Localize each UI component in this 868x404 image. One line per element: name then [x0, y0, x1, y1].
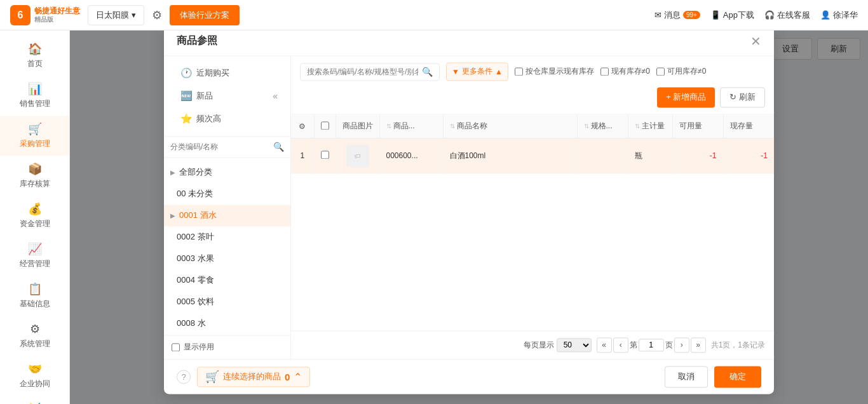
app-download-label: App下载: [723, 10, 754, 21]
sidebar-item-business[interactable]: 📈 经营管理: [0, 236, 69, 276]
logo-icon: 6: [10, 5, 31, 25]
inventory-icon: 📦: [28, 162, 42, 176]
table-row[interactable]: 1 🏷 000600...: [291, 138, 774, 173]
collapse-icon[interactable]: ⌃: [294, 371, 302, 383]
star-icon: ⭐: [180, 113, 193, 125]
page-input[interactable]: [639, 339, 664, 351]
category-list: ▶ 全部分类 00 未分类 ▶ 0001 酒水 0002 茶叶: [164, 158, 290, 335]
sidebar-item-collab[interactable]: 🤝 企业协同: [0, 356, 69, 396]
category-search-input[interactable]: [170, 142, 271, 151]
warehouse-checkbox[interactable]: [515, 67, 523, 76]
sidebar-label-home: 首页: [27, 58, 43, 69]
th-stock[interactable]: 现存量: [723, 114, 774, 138]
cart-area[interactable]: 🛒 连续选择的商品 0 ⌃: [197, 367, 310, 387]
row-idx-val: 1: [300, 151, 304, 160]
sidebar-item-basic[interactable]: 📋 基础信息: [0, 276, 69, 316]
home-icon: 🏠: [28, 42, 42, 56]
row-stock-cell: -1: [723, 138, 774, 173]
msg-badge: 99+: [683, 11, 700, 19]
th-avail[interactable]: 可用量: [672, 114, 723, 138]
cart-text: 连续选择的商品: [223, 371, 281, 382]
category-wine[interactable]: ▶ 0001 酒水: [164, 205, 290, 226]
footer-left: ? 🛒 连续选择的商品 0 ⌃: [177, 367, 310, 387]
th-spec[interactable]: ⇅ 规格...: [577, 114, 628, 138]
category-tea[interactable]: 0002 茶叶: [164, 226, 290, 248]
sidebar-item-sales[interactable]: 📊 销售管理: [0, 76, 69, 116]
store-dropdown[interactable]: 日太阳膜 ▾: [88, 5, 144, 25]
sort-icon-name: ⇅: [450, 123, 455, 130]
phone-icon: 📱: [710, 10, 721, 20]
help-btn[interactable]: ?: [177, 370, 191, 384]
nav-new-product[interactable]: 🆕 新品: [172, 85, 262, 107]
sidebar-item-inventory[interactable]: 📦 库存核算: [0, 156, 69, 196]
user-avatar[interactable]: 👤 徐泽华: [820, 10, 858, 21]
th-avail-label: 可用量: [679, 121, 702, 131]
row-checkbox[interactable]: [321, 151, 329, 159]
table-header-row: ⚙ 商品图片: [291, 114, 774, 138]
nav-frequent-label: 频次高: [196, 113, 221, 125]
sidebar-label-system: 系统管理: [20, 339, 50, 349]
category-fruit[interactable]: 0003 水果: [164, 248, 290, 269]
sort-icon-code: ⇅: [386, 123, 391, 130]
cancel-btn[interactable]: 取消: [665, 366, 708, 387]
sidebar-item-system[interactable]: ⚙ 系统管理: [0, 316, 69, 356]
th-img-label: 商品图片: [342, 121, 373, 131]
category-unclassified[interactable]: 00 未分类: [164, 183, 290, 205]
show-disabled-checkbox[interactable]: [172, 343, 180, 351]
category-water[interactable]: 0008 水: [164, 313, 290, 334]
row-avail-val: -1: [710, 151, 717, 160]
row-unit-val: 瓶: [635, 151, 642, 160]
modal-close-btn[interactable]: ✕: [750, 35, 761, 48]
confirm-btn[interactable]: 确定: [714, 366, 761, 387]
row-code-cell: 000600...: [379, 138, 443, 173]
trial-btn[interactable]: 体验行业方案: [170, 5, 240, 25]
page-last-btn[interactable]: »: [691, 337, 706, 353]
category-beverage[interactable]: 0005 饮料: [164, 291, 290, 313]
page-prev-btn[interactable]: ‹: [613, 337, 628, 353]
row-img-cell: 🏷: [336, 138, 379, 173]
row-spec-cell: [577, 138, 628, 173]
stock-ne0-filter[interactable]: 现有库存≠0: [600, 66, 650, 77]
th-name[interactable]: ⇅ 商品名称: [443, 114, 577, 138]
nav-right: ✉ 消息 99+ 📱 App下载 🎧 在线客服 👤 徐泽华: [654, 10, 858, 21]
online-service-btn[interactable]: 🎧 在线客服: [764, 10, 810, 21]
messages-btn[interactable]: ✉ 消息 99+: [654, 10, 700, 21]
row-checkbox-cell[interactable]: [314, 138, 336, 173]
gear-icon[interactable]: ⚙: [152, 8, 162, 22]
row-name-val: 白酒100ml: [450, 151, 486, 160]
category-snack[interactable]: 0004 零食: [164, 269, 290, 291]
select-all-checkbox[interactable]: [321, 121, 329, 130]
sidebar-item-home[interactable]: 🏠 首页: [0, 36, 69, 76]
page-size-label: 每页显示: [524, 340, 554, 351]
page-first-btn[interactable]: «: [597, 337, 612, 353]
category-search-icon[interactable]: 🔍: [273, 142, 284, 152]
app-download-btn[interactable]: 📱 App下载: [710, 10, 754, 21]
purchase-icon: 🛒: [28, 122, 42, 136]
warehouse-filter[interactable]: 按仓库显示现有库存: [515, 66, 594, 77]
th-unit[interactable]: ⇅ 主计量: [628, 114, 672, 138]
cart-icon: 🛒: [205, 370, 219, 384]
cat-snack-label: 0004 零食: [177, 274, 214, 286]
page-size-dropdown[interactable]: 10 20 50 100: [557, 338, 592, 352]
sidebar-item-guide[interactable]: 🔰 新手引导: [0, 396, 69, 404]
th-settings[interactable]: ⚙: [291, 114, 314, 138]
nav-recent-label: 近期购买: [196, 67, 229, 79]
avail-ne0-checkbox[interactable]: [656, 67, 665, 76]
sidebar-item-finance[interactable]: 💰 资金管理: [0, 196, 69, 236]
add-product-btn[interactable]: + 新增商品: [657, 87, 715, 107]
sidebar-item-purchase[interactable]: 🛒 采购管理: [0, 116, 69, 156]
th-code[interactable]: ⇅ 商品...: [379, 114, 443, 138]
more-filter-btn[interactable]: ▼ 更多条件 ▲: [446, 62, 508, 81]
product-search-input[interactable]: [307, 67, 418, 76]
page-size-select: 每页显示 10 20 50 100: [524, 338, 592, 352]
page-next-btn[interactable]: ›: [674, 337, 689, 353]
category-all[interactable]: ▶ 全部分类: [164, 161, 290, 183]
avail-ne0-filter[interactable]: 可用库存≠0: [656, 66, 706, 77]
nav-frequent[interactable]: ⭐ 频次高: [172, 108, 262, 130]
refresh-table-btn[interactable]: ↻ 刷新: [720, 87, 765, 107]
nav-recent-purchase[interactable]: 🕐 近期购买: [172, 62, 262, 84]
product-search-icon[interactable]: 🔍: [422, 67, 433, 77]
product-toolbar: 🔍 ▼ 更多条件 ▲ 按仓库显示现有库存: [291, 56, 774, 114]
stock-ne0-checkbox[interactable]: [600, 67, 609, 76]
left-collapse-btn[interactable]: «: [268, 86, 283, 106]
